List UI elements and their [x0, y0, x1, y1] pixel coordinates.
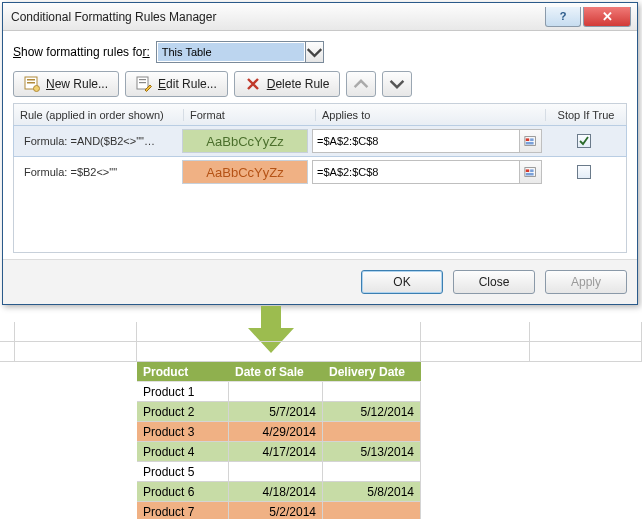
cell-delivery-date: 5/12/2014	[323, 402, 421, 422]
cell-delivery-date	[323, 462, 421, 482]
scope-dropdown[interactable]: This Table	[156, 41, 324, 63]
table-row: Product 44/17/20145/13/2014	[137, 442, 421, 462]
cell-product: Product 6	[137, 482, 229, 502]
chevron-down-icon	[389, 76, 405, 92]
cell-date-of-sale: 4/29/2014	[229, 422, 323, 442]
col-stop: Stop If True	[546, 109, 626, 121]
table-row: Product 64/18/20145/8/2014	[137, 482, 421, 502]
svg-rect-12	[525, 169, 529, 172]
applies-to-field[interactable]	[312, 129, 542, 153]
move-down-button[interactable]	[382, 71, 412, 97]
chevron-up-icon	[353, 76, 369, 92]
cell-product: Product 5	[137, 462, 229, 482]
svg-rect-10	[525, 142, 533, 145]
close-button[interactable]: Close	[453, 270, 535, 294]
svg-rect-8	[525, 138, 529, 141]
applies-to-field[interactable]	[312, 160, 542, 184]
ok-button[interactable]: OK	[361, 270, 443, 294]
stop-if-true-checkbox[interactable]	[577, 134, 591, 148]
range-picker-icon[interactable]	[519, 161, 541, 183]
column-header: Delivery Date	[323, 362, 421, 382]
scope-row: Show formatting rules for: This Table	[13, 41, 627, 63]
svg-rect-5	[139, 79, 146, 80]
range-picker-icon[interactable]	[519, 130, 541, 152]
rule-row[interactable]: Formula: =AND($B2<>""…AaBbCcYyZz	[13, 125, 627, 157]
chevron-down-icon	[305, 42, 323, 62]
svg-rect-1	[27, 79, 35, 81]
apply-button[interactable]: Apply	[545, 270, 627, 294]
rule-format-preview: AaBbCcYyZz	[182, 129, 308, 153]
range-input[interactable]	[313, 130, 519, 152]
svg-rect-13	[530, 169, 534, 172]
cell-product: Product 7	[137, 502, 229, 519]
cell-date-of-sale: 4/18/2014	[229, 482, 323, 502]
column-header: Product	[137, 362, 229, 382]
cell-date-of-sale: 5/2/2014	[229, 502, 323, 519]
col-format: Format	[184, 109, 316, 121]
range-input[interactable]	[313, 161, 519, 183]
cell-product: Product 4	[137, 442, 229, 462]
titlebar: Conditional Formatting Rules Manager ? ✕	[3, 3, 637, 31]
rule-format-preview: AaBbCcYyZz	[182, 160, 308, 184]
close-window-button[interactable]: ✕	[583, 7, 631, 27]
col-rule: Rule (applied in order shown)	[14, 109, 184, 121]
new-rule-icon	[24, 76, 40, 92]
dialog-title: Conditional Formatting Rules Manager	[3, 10, 545, 24]
cell-date-of-sale	[229, 382, 323, 402]
edit-rule-icon	[136, 76, 152, 92]
rules-toolbar: New Rule... Edit Rule... Delete Rule	[13, 71, 627, 97]
rules-header: Rule (applied in order shown) Format App…	[13, 103, 627, 125]
svg-rect-9	[530, 138, 534, 141]
scope-label: Show formatting rules for:	[13, 45, 150, 59]
svg-point-3	[34, 86, 40, 92]
cell-date-of-sale: 5/7/2014	[229, 402, 323, 422]
cell-date-of-sale: 4/17/2014	[229, 442, 323, 462]
table-row: Product 25/7/20145/12/2014	[137, 402, 421, 422]
scope-value: This Table	[158, 43, 304, 61]
table-row: Product 1	[137, 382, 421, 402]
rule-row[interactable]: Formula: =$B2<>""AaBbCcYyZz	[14, 156, 626, 188]
svg-rect-2	[27, 82, 35, 84]
table-row: Product 5	[137, 462, 421, 482]
column-header: Date of Sale	[229, 362, 323, 382]
dialog-button-bar: OK Close Apply	[3, 259, 637, 304]
cell-delivery-date	[323, 422, 421, 442]
cell-date-of-sale	[229, 462, 323, 482]
table-row: Product 34/29/2014	[137, 422, 421, 442]
cell-product: Product 2	[137, 402, 229, 422]
stop-if-true-checkbox[interactable]	[577, 165, 591, 179]
delete-rule-button[interactable]: Delete Rule	[234, 71, 341, 97]
table-row: Product 75/2/2014	[137, 502, 421, 519]
cell-delivery-date	[323, 502, 421, 519]
move-up-button[interactable]	[346, 71, 376, 97]
cell-delivery-date	[323, 382, 421, 402]
new-rule-button[interactable]: New Rule...	[13, 71, 119, 97]
cf-rules-manager-dialog: Conditional Formatting Rules Manager ? ✕…	[2, 2, 638, 305]
rule-formula: Formula: =$B2<>""	[18, 166, 178, 178]
rule-formula: Formula: =AND($B2<>""…	[18, 135, 178, 147]
cell-delivery-date: 5/8/2014	[323, 482, 421, 502]
edit-rule-button[interactable]: Edit Rule...	[125, 71, 228, 97]
rules-list: Formula: =AND($B2<>""…AaBbCcYyZzFormula:…	[13, 125, 627, 253]
delete-icon	[245, 76, 261, 92]
cell-product: Product 1	[137, 382, 229, 402]
cell-product: Product 3	[137, 422, 229, 442]
svg-rect-6	[139, 82, 146, 83]
help-button[interactable]: ?	[545, 7, 581, 27]
svg-rect-14	[525, 173, 533, 176]
cell-delivery-date: 5/13/2014	[323, 442, 421, 462]
col-applies: Applies to	[316, 109, 546, 121]
